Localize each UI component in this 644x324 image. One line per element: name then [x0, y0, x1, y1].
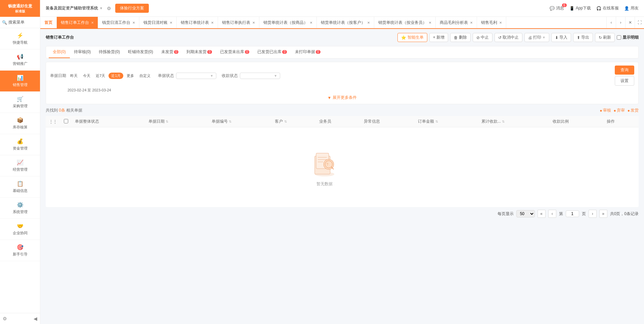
- tab-sales-order[interactable]: 销售订单工作台 ✕: [57, 17, 98, 29]
- col-date[interactable]: 单据日期 ⇅: [145, 116, 208, 127]
- header-gear-icon[interactable]: ⚙: [107, 6, 111, 11]
- last-page-btn[interactable]: »: [599, 210, 607, 218]
- settings-bottom-icon[interactable]: ⚙: [3, 316, 7, 321]
- tab-sales-stat-customer-label: 销货单统计表（按客户）: [321, 20, 365, 26]
- expand-btn[interactable]: ▼ 展开更多条件: [328, 95, 357, 100]
- filter-tab-not-printed[interactable]: 未打印单据0: [291, 46, 325, 58]
- show-detail-checkbox-label[interactable]: 显示明细: [617, 35, 639, 40]
- filter-tab-wangpu[interactable]: 旺铺待发货(0): [124, 46, 157, 58]
- status-select[interactable]: ▼: [176, 73, 216, 79]
- set-btn[interactable]: 设置: [615, 76, 634, 86]
- tab-sales-stat-close[interactable]: ✕: [211, 21, 214, 25]
- sidebar-item-sales[interactable]: 📊 销售管理: [0, 71, 40, 92]
- sidebar-item-inventory[interactable]: 📦 库存核算: [0, 113, 40, 134]
- prev-page-btn[interactable]: ‹: [548, 210, 556, 218]
- date-7days-btn[interactable]: 近7天: [94, 73, 107, 79]
- sidebar-item-enterprise[interactable]: 🤝 企业协同: [0, 219, 40, 240]
- col-customer[interactable]: 客户 ⇅: [271, 116, 315, 127]
- filter-tab-shipped-not-out[interactable]: 已发货未出库0: [216, 46, 254, 58]
- col-collected[interactable]: 累计收款... ⇅: [478, 116, 549, 127]
- tab-cash-reconcile[interactable]: 钱货日清对账 ✕: [139, 17, 177, 29]
- sidebar-item-base[interactable]: 📋 基础信息: [0, 176, 40, 198]
- table-scroll-area[interactable]: ⋮⋮ 单据整体状态 单据日期 ⇅ 单据编号 ⇅: [46, 116, 639, 207]
- tab-sales-exec-close[interactable]: ✕: [252, 21, 255, 25]
- tab-cash-daily-close[interactable]: ✕: [132, 21, 135, 25]
- date-yesterday-btn[interactable]: 昨天: [68, 73, 80, 79]
- filter-tab-pending-review[interactable]: 待审核(0): [70, 46, 95, 58]
- ship-action-link[interactable]: ● 发货: [628, 108, 639, 113]
- col-staff[interactable]: 业务员: [316, 116, 360, 127]
- date-range-text: 2023-02-24 至 2023-03-24: [68, 88, 111, 92]
- add-btn[interactable]: + 新增: [429, 33, 448, 42]
- payment-select[interactable]: ▼: [240, 73, 280, 79]
- date-1month-btn[interactable]: 近1月: [109, 73, 123, 79]
- tab-close-all-btn[interactable]: ✕: [625, 17, 635, 29]
- tab-sales-stat-customer-close[interactable]: ✕: [367, 21, 370, 25]
- sidebar-item-quick-nav[interactable]: ⚡ 快捷导航: [0, 28, 40, 49]
- date-custom-btn[interactable]: 自定义: [137, 73, 153, 79]
- sidebar-item-system[interactable]: ⚙️ 系统管理: [0, 198, 40, 219]
- tab-sales-stat-staff[interactable]: 销货单统计表（按业务员） ✕: [374, 17, 436, 29]
- tab-sales-stat-product[interactable]: 销货单统计表（按商品） ✕: [259, 17, 317, 29]
- tab-sales-order-close[interactable]: ✕: [91, 21, 94, 25]
- sidebar-item-finance[interactable]: 💰 资金管理: [0, 134, 40, 155]
- user-item[interactable]: 👤 用友: [624, 5, 639, 11]
- delete-btn[interactable]: 🗑 删除: [450, 33, 471, 42]
- sidebar-item-search[interactable]: 🔍 搜索菜单: [0, 17, 40, 28]
- revoke-action-link[interactable]: ● 弃审: [614, 108, 625, 113]
- col-number[interactable]: 单据编号 ⇅: [208, 116, 271, 127]
- system-title-dropdown[interactable]: 装备及固定资产辅助管理系统 ▼: [46, 5, 103, 11]
- tab-sales-exec[interactable]: 销售订单执行表 ✕: [218, 17, 259, 29]
- tab-home[interactable]: 首页: [40, 17, 57, 29]
- smart-generate-btn[interactable]: ⭐ 智能生单: [397, 33, 427, 42]
- sidebar-item-purchase[interactable]: 🛒 采购管理: [0, 92, 40, 113]
- sidebar-item-operation[interactable]: 📈 经营管理: [0, 155, 40, 176]
- tab-next-btn[interactable]: ›: [616, 17, 625, 29]
- filter-tab-not-shipped[interactable]: 未发货0: [157, 46, 183, 58]
- industry-btn[interactable]: 体验行业方案: [115, 4, 149, 13]
- tab-sales-stat-customer[interactable]: 销货单统计表（按客户） ✕: [317, 17, 374, 29]
- export-btn[interactable]: ⬆ 导出: [573, 33, 593, 42]
- tab-product-margin[interactable]: 商品毛利分析表 ✕: [436, 17, 477, 29]
- col-amount[interactable]: 订单金额 ⇅: [415, 116, 478, 127]
- show-detail-checkbox[interactable]: [617, 35, 621, 40]
- sidebar-item-guide[interactable]: 🎯 新手引导: [0, 240, 40, 261]
- tab-sales-stat-product-close[interactable]: ✕: [310, 21, 312, 25]
- payment-select-arrow: ▼: [274, 74, 277, 78]
- tab-sales-stat-staff-close[interactable]: ✕: [429, 21, 431, 25]
- tab-cash-daily[interactable]: 钱货日清工作台 ✕: [98, 17, 139, 29]
- date-more-btn[interactable]: 更多: [125, 73, 136, 79]
- tab-prev-btn[interactable]: ‹: [606, 17, 616, 29]
- box-icon: 📦: [17, 117, 24, 123]
- page-size-select[interactable]: 50 100 200: [516, 210, 535, 217]
- filter-tab-shipped-out[interactable]: 已发货已出库0: [253, 46, 291, 58]
- app-download-item[interactable]: 📱 App下载: [569, 5, 591, 11]
- tab-maximize-btn[interactable]: ⛶: [635, 17, 644, 29]
- tab-sales-stat[interactable]: 销售订单统计表 ✕: [177, 17, 218, 29]
- tab-cash-reconcile-close[interactable]: ✕: [170, 21, 172, 25]
- tab-sales-more-close[interactable]: ✕: [499, 21, 502, 25]
- first-page-btn[interactable]: «: [538, 210, 546, 218]
- filter-tab-all[interactable]: 全部(0): [49, 46, 70, 58]
- checkbox-col-header[interactable]: [60, 116, 72, 127]
- collapse-icon[interactable]: ◀: [34, 316, 37, 321]
- sidebar-item-marketing[interactable]: 📢 营销推广: [0, 49, 40, 71]
- refresh-btn[interactable]: ↻ 刷新: [595, 33, 615, 42]
- filter-tab-pending-check[interactable]: 待拣验货(0): [95, 46, 124, 58]
- review-action-link[interactable]: ● 审核: [600, 108, 611, 113]
- stop-btn[interactable]: ⊘ 中止: [473, 33, 492, 42]
- filter-tab-overdue-not-shipped[interactable]: 到期未发货0: [182, 46, 216, 58]
- import-btn[interactable]: ⬇ 导入: [551, 33, 571, 42]
- select-all-checkbox[interactable]: [64, 119, 68, 123]
- next-page-btn[interactable]: ›: [589, 210, 597, 218]
- online-service-item[interactable]: 🎧 在线客服: [596, 5, 619, 11]
- tab-product-margin-close[interactable]: ✕: [470, 21, 473, 25]
- date-today-btn[interactable]: 今天: [81, 73, 92, 79]
- query-btn[interactable]: 查询: [615, 66, 634, 75]
- print-btn[interactable]: 🖨 打印 ▼: [524, 33, 549, 42]
- tab-sales-more[interactable]: 销售毛利 ✕: [477, 17, 506, 29]
- page-input[interactable]: [566, 210, 579, 217]
- cancel-stop-btn[interactable]: ↺ 取消中止: [495, 33, 522, 42]
- col-abnormal[interactable]: 异常信息: [360, 116, 415, 127]
- message-icon-item[interactable]: 💬 6 消息: [550, 5, 564, 11]
